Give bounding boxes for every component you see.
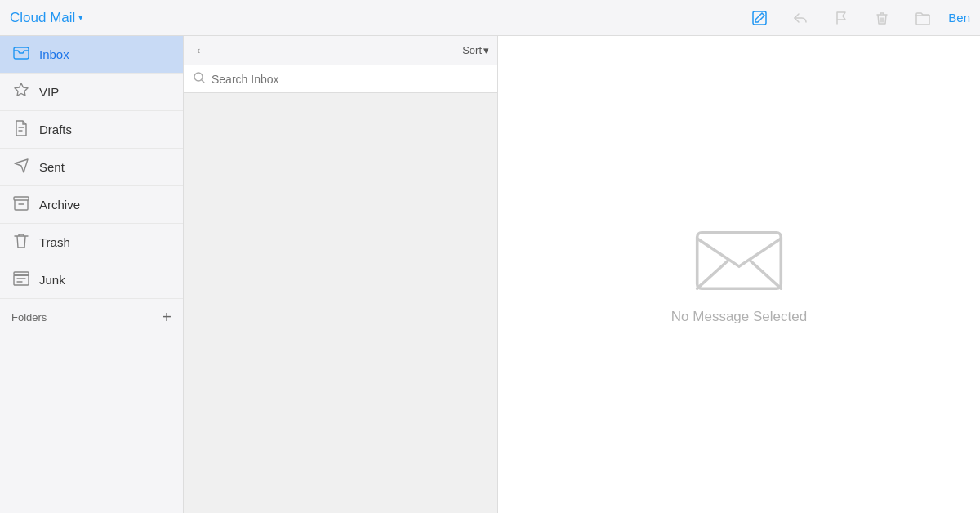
svg-rect-6 — [697, 233, 782, 288]
message-view: No Message Selected — [498, 36, 980, 513]
sidebar-item-label-junk: Junk — [39, 273, 65, 287]
svg-rect-4 — [14, 275, 29, 285]
trash-icon — [13, 233, 29, 252]
reply-icon[interactable] — [791, 9, 809, 27]
brand-name: Cloud Mail — [10, 10, 75, 26]
vip-icon — [13, 83, 29, 101]
search-bar — [184, 65, 497, 93]
email-list-header: ‹ Sort ▾ — [184, 36, 497, 65]
sort-chevron: ▾ — [483, 44, 489, 56]
svg-rect-2 — [14, 197, 29, 200]
main-layout: Inbox VIP Drafts — [0, 36, 980, 513]
flag-icon[interactable] — [832, 9, 850, 27]
sidebar-item-junk[interactable]: Junk — [0, 261, 183, 299]
sidebar-item-trash[interactable]: Trash — [0, 224, 183, 261]
sidebar-item-label-drafts: Drafts — [39, 123, 72, 136]
empty-envelope-icon — [690, 224, 788, 297]
collapse-button[interactable]: ‹ — [192, 42, 205, 58]
toolbar-icons — [751, 9, 932, 27]
folders-label: Folders — [11, 311, 47, 323]
junk-icon — [13, 271, 29, 289]
search-icon — [194, 72, 205, 86]
sidebar-item-archive[interactable]: Archive — [0, 186, 183, 224]
inbox-icon — [13, 47, 29, 63]
sort-button[interactable]: Sort ▾ — [462, 44, 489, 56]
folder-move-icon[interactable] — [914, 9, 932, 27]
sidebar-item-sent[interactable]: Sent — [0, 149, 183, 186]
folders-row: Folders + — [0, 302, 183, 332]
brand[interactable]: Cloud Mail ▾ — [10, 10, 83, 26]
sidebar-item-drafts[interactable]: Drafts — [0, 111, 183, 149]
email-list-panel: ‹ Sort ▾ — [184, 36, 498, 513]
sidebar-item-label-inbox: Inbox — [39, 47, 69, 61]
sidebar-item-label-trash: Trash — [39, 235, 70, 249]
toolbar: Cloud Mail ▾ — [0, 0, 980, 36]
brand-chevron: ▾ — [78, 12, 83, 23]
sidebar-item-label-vip: VIP — [39, 85, 59, 99]
sidebar: Inbox VIP Drafts — [0, 36, 184, 513]
sidebar-item-inbox[interactable]: Inbox — [0, 36, 183, 74]
delete-icon[interactable] — [873, 9, 891, 27]
sidebar-item-vip[interactable]: VIP — [0, 74, 183, 111]
search-input[interactable] — [212, 73, 488, 86]
sidebar-item-label-archive: Archive — [39, 198, 80, 212]
archive-icon — [13, 196, 29, 214]
drafts-icon — [13, 120, 29, 140]
no-message-label: No Message Selected — [671, 309, 807, 325]
svg-point-5 — [194, 73, 203, 81]
user-label[interactable]: Ben — [948, 11, 970, 25]
sidebar-item-label-sent: Sent — [39, 160, 65, 174]
compose-icon[interactable] — [751, 9, 768, 27]
sort-label: Sort — [462, 44, 482, 56]
add-folder-button[interactable]: + — [162, 309, 172, 325]
sent-icon — [13, 158, 29, 177]
email-list-body — [184, 93, 497, 513]
